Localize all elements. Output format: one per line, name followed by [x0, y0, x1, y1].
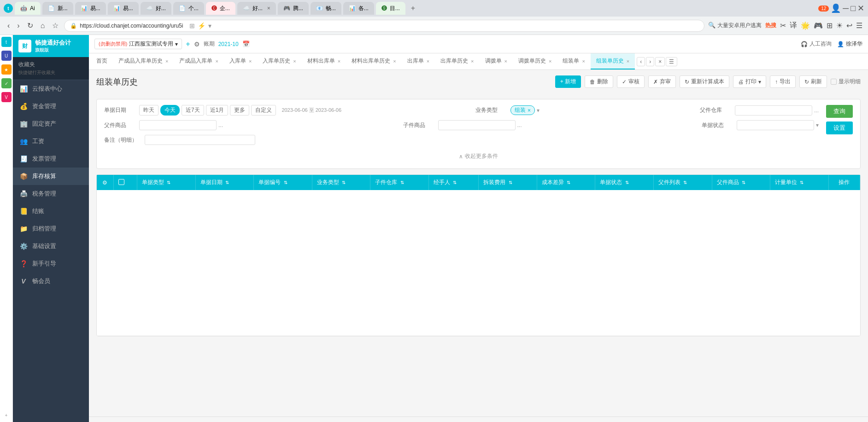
col-parent-list[interactable]: 父件列表 ⇅ — [653, 175, 712, 190]
sidebar-item-funds[interactable]: 💰 资金管理 — [13, 98, 89, 115]
tab-out[interactable]: 出库单 × — [402, 53, 435, 69]
order-status-dropdown-icon[interactable]: ▾ — [816, 122, 819, 128]
sidebar-item-inventory[interactable]: 📦 库存核算 — [13, 168, 89, 185]
col-parent-goods[interactable]: 父件商品 ⇅ — [712, 175, 770, 190]
tab-9-close[interactable]: × — [504, 58, 507, 64]
ext-icon-3[interactable]: ★ — [1, 64, 12, 75]
display-detail-checkbox[interactable] — [831, 79, 837, 85]
theme-icon[interactable]: 🌟 — [801, 21, 810, 30]
tab-assembly-history[interactable]: 组装单历史 × — [591, 53, 635, 69]
dropdown-icon[interactable]: ▾ — [208, 22, 211, 29]
last1month-btn[interactable]: 近1月 — [206, 105, 229, 116]
child-goods-more-btn[interactable]: ... — [517, 122, 522, 128]
sidebar-item-settings[interactable]: ⚙️ 基础设置 — [13, 237, 89, 255]
col-biz-type[interactable]: 业务类型 ⇅ — [312, 175, 370, 190]
col-order-type[interactable]: 单据类型 ⇅ — [137, 175, 196, 190]
translate-icon[interactable]: 译 — [790, 21, 797, 30]
lightning-icon[interactable]: ⚡ — [198, 22, 205, 29]
browser-tab-8[interactable]: ☁️ 好... × — [237, 2, 276, 15]
collapse-filters-btn[interactable]: ∧ 收起更多条件 — [104, 150, 853, 163]
tab-prod-in[interactable]: 产成品入库单 × — [174, 53, 223, 69]
undo-icon[interactable]: ↩ — [846, 21, 852, 30]
tab-transfer[interactable]: 调拨单 × — [480, 53, 513, 69]
parent-warehouse-input[interactable] — [735, 105, 812, 116]
settings-button[interactable]: 设置 — [826, 121, 853, 134]
export-btn[interactable]: ↑ 导出 — [770, 75, 796, 88]
tab-home[interactable]: 首页 — [91, 53, 113, 69]
display-detail-toggle[interactable]: 显示明细 — [831, 78, 861, 86]
add-btn[interactable]: + 新增 — [555, 75, 581, 88]
browser-tab-6[interactable]: 📄 个... — [173, 2, 204, 15]
user-info[interactable]: 👤 徐泽华 — [837, 40, 862, 48]
col-order-status[interactable]: 单据状态 ⇅ — [595, 175, 654, 190]
browser-tab-5[interactable]: ☁️ 好... — [141, 2, 171, 15]
browser-tab-4[interactable]: 📊 易... — [108, 2, 139, 15]
col-order-date[interactable]: 单据日期 ⇅ — [195, 175, 254, 190]
print-btn[interactable]: 🖨 打印 ▾ — [733, 75, 766, 88]
parent-goods-more-btn[interactable]: ... — [218, 122, 223, 128]
tab-3-close[interactable]: × — [249, 58, 252, 64]
yesterday-btn[interactable]: 昨天 — [139, 105, 158, 116]
parent-goods-input[interactable] — [139, 120, 217, 130]
child-goods-input[interactable] — [438, 120, 516, 130]
col-order-no[interactable]: 单据编号 ⇅ — [254, 175, 312, 190]
parent-warehouse-more-btn[interactable]: ... — [814, 107, 819, 114]
consult-button[interactable]: 🎧 人工咨询 — [801, 40, 832, 48]
recalculate-btn[interactable]: ↻ 重新计算成本 — [680, 75, 729, 88]
bottom-scrollbar[interactable] — [89, 416, 868, 422]
browser-tab-ai[interactable]: 🤖 Ai — [15, 2, 41, 15]
add-icon[interactable]: + — [186, 40, 190, 48]
last7days-btn[interactable]: 近7天 — [182, 105, 204, 116]
refresh-btn[interactable]: ↻ 刷新 — [799, 75, 827, 88]
ext-icon-1[interactable]: t — [1, 37, 12, 47]
sidebar-item-member[interactable]: V 畅会员 — [13, 272, 89, 290]
col-disassembly-fee[interactable]: 拆装费用 ⇅ — [479, 175, 537, 190]
col-unit[interactable]: 计量单位 ⇅ — [770, 175, 829, 190]
browser-tab-9[interactable]: 🎮 腾... — [278, 2, 309, 15]
tab-in-history[interactable]: 入库单历史 × — [257, 53, 301, 69]
tab-10-close[interactable]: × — [549, 58, 551, 64]
biz-type-tag-close[interactable]: × — [528, 107, 531, 114]
tab-prev-btn[interactable]: ‹ — [637, 57, 645, 66]
col-cost-diff[interactable]: 成本差异 ⇅ — [537, 175, 595, 190]
tab-transfer-history[interactable]: 调拨单历史 × — [513, 53, 557, 69]
tab-close-all-btn[interactable]: × — [655, 57, 665, 66]
ext-icon-2[interactable]: U — [1, 51, 12, 61]
tab-material-out[interactable]: 材料出库单 × — [302, 53, 346, 69]
sidebar-item-tax[interactable]: 🖨️ 税务管理 — [13, 185, 89, 202]
browser-tab-3[interactable]: 📊 易... — [75, 2, 106, 15]
browser-tab-11[interactable]: 📊 各... — [343, 2, 374, 15]
col-settings[interactable]: ⚙ — [97, 175, 113, 190]
minimize-btn[interactable]: ─ — [843, 4, 849, 13]
back-btn[interactable]: ‹ — [6, 20, 12, 32]
reload-btn[interactable]: ↻ — [25, 19, 35, 32]
home-btn[interactable]: ⌂ — [39, 20, 47, 32]
tab-prod-in-history[interactable]: 产成品入库单历史 × — [113, 53, 174, 69]
close-btn[interactable]: ✕ — [857, 3, 864, 13]
sidebar-item-fixed-assets[interactable]: 🏢 固定资产 — [13, 115, 89, 133]
sidebar-item-guide[interactable]: ❓ 新手引导 — [13, 255, 89, 272]
col-child-warehouse[interactable]: 子件仓库 ⇅ — [370, 175, 429, 190]
tab-more-btn[interactable]: ☰ — [666, 57, 677, 66]
tab-material-out-history[interactable]: 材料出库单历史 × — [346, 53, 401, 69]
company-selector[interactable]: (勿删勿禁用) 江西服宝测试专用 ▾ — [94, 39, 182, 49]
tab-2-close[interactable]: × — [215, 58, 218, 64]
note-input[interactable] — [145, 135, 255, 145]
col-handler[interactable]: 经手人 ⇅ — [428, 175, 478, 190]
new-tab-btn[interactable]: + — [407, 4, 419, 12]
calendar-icon[interactable]: 📅 — [242, 40, 250, 47]
sidebar-item-close-accounts[interactable]: 📒 结账 — [13, 202, 89, 220]
sidebar-item-invoices[interactable]: 🧾 发票管理 — [13, 150, 89, 168]
tab-out-history[interactable]: 出库单历史 × — [435, 53, 479, 69]
order-status-input[interactable] — [737, 120, 814, 130]
approve-btn[interactable]: ✓ 审核 — [617, 75, 645, 88]
grid-icon[interactable]: ⊞ — [827, 21, 833, 30]
custom-date-btn[interactable]: 自定义 — [251, 105, 276, 116]
tab-8-close[interactable]: × — [471, 58, 474, 64]
maximize-btn[interactable]: □ — [850, 4, 856, 13]
menu-icon[interactable]: ☰ — [856, 21, 862, 30]
biz-type-dropdown-icon[interactable]: ▾ — [537, 107, 540, 114]
address-bar[interactable]: 🔒 https://cloud.chanjet.com/accounting/u… — [64, 20, 704, 32]
tab-in[interactable]: 入库单 × — [224, 53, 257, 69]
tab-5-close[interactable]: × — [338, 58, 340, 64]
